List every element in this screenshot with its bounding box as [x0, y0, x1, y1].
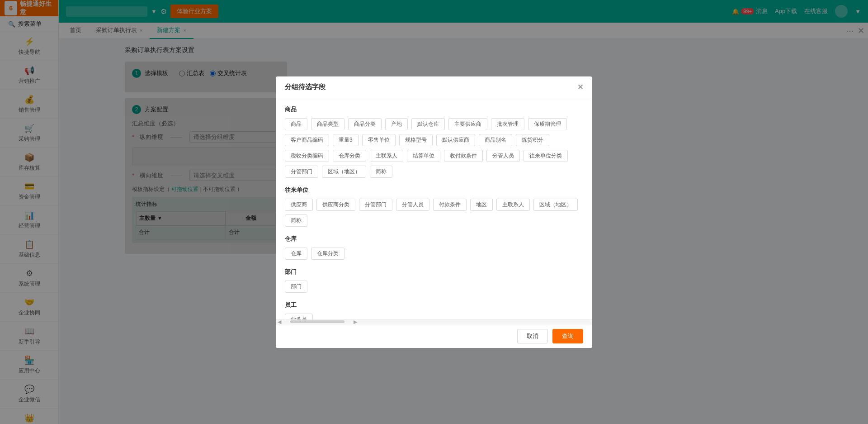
- section-department-tags: 部门: [285, 281, 583, 293]
- field-tag-goods[interactable]: 商品: [285, 118, 307, 130]
- section-warehouse-title: 仓库: [285, 235, 583, 243]
- section-goods: 商品 商品 商品类型 商品分类 产地 默认仓库 主要供应商 批次管理 保质期管理…: [285, 105, 583, 178]
- field-tag-warehouse-cat[interactable]: 仓库分类: [311, 248, 344, 260]
- field-tag-supplier-category[interactable]: 供应商分类: [316, 199, 355, 211]
- field-tag-default-warehouse[interactable]: 默认仓库: [411, 118, 445, 130]
- section-department-title: 部门: [285, 268, 583, 276]
- field-tag-main-supplier[interactable]: 主要供应商: [448, 118, 487, 130]
- section-employee: 员工 业务员: [285, 301, 583, 319]
- field-tag-area[interactable]: 地区: [470, 199, 493, 211]
- field-tag-abbr[interactable]: 简称: [370, 166, 392, 178]
- section-goods-title: 商品: [285, 105, 583, 114]
- field-tag-region2[interactable]: 区域（地区）: [533, 199, 578, 211]
- modal-overlay: 分组待选字段 ✕ 商品 商品 商品类型 商品分类 产地 默认仓库 主要供应商 批…: [0, 0, 868, 424]
- modal-header: 分组待选字段 ✕: [276, 76, 592, 98]
- field-tag-payment-terms[interactable]: 付款条件: [433, 199, 467, 211]
- section-partner-title: 往来单位: [285, 186, 583, 194]
- field-tag-salesperson[interactable]: 业务员: [285, 314, 313, 319]
- section-warehouse-tags: 仓库 仓库分类: [285, 248, 583, 260]
- section-partner-tags: 供应商 供应商分类 分管部门 分管人员 付款条件 地区 主联系人 区域（地区） …: [285, 199, 583, 227]
- field-tag-dept[interactable]: 分管部门: [285, 166, 318, 178]
- section-employee-tags: 业务员: [285, 314, 583, 319]
- field-tag-spec-model[interactable]: 规格型号: [399, 134, 433, 146]
- field-select-modal: 分组待选字段 ✕ 商品 商品 商品类型 商品分类 产地 默认仓库 主要供应商 批…: [276, 76, 592, 348]
- field-tag-goods-category[interactable]: 商品分类: [348, 118, 382, 130]
- field-tag-warehouse-category[interactable]: 仓库分类: [333, 150, 366, 162]
- modal-footer: 取消 查询: [276, 324, 592, 348]
- field-tag-tax-code[interactable]: 税收分类编码: [285, 150, 329, 162]
- modal-horizontal-scrollbar[interactable]: ◀ ▶: [276, 319, 592, 324]
- field-tag-default-supplier[interactable]: 默认供应商: [436, 134, 475, 146]
- field-tag-customer-code[interactable]: 客户商品编码: [285, 134, 329, 146]
- field-tag-retail-unit[interactable]: 零售单位: [362, 134, 396, 146]
- field-tag-manage-dept[interactable]: 分管部门: [359, 199, 392, 211]
- field-tag-origin[interactable]: 产地: [385, 118, 408, 130]
- modal-title: 分组待选字段: [285, 83, 326, 91]
- field-tag-main-contact[interactable]: 主联系人: [370, 150, 403, 162]
- hscroll-thumb[interactable]: [290, 320, 344, 323]
- section-partner: 往来单位 供应商 供应商分类 分管部门 分管人员 付款条件 地区 主联系人 区域…: [285, 186, 583, 227]
- field-tag-primary-contact[interactable]: 主联系人: [496, 199, 530, 211]
- field-tag-supplier[interactable]: 供应商: [285, 199, 313, 211]
- modal-body: 商品 商品 商品类型 商品分类 产地 默认仓库 主要供应商 批次管理 保质期管理…: [276, 98, 592, 319]
- field-tag-goods-type[interactable]: 商品类型: [311, 118, 344, 130]
- field-tag-department[interactable]: 部门: [285, 281, 307, 293]
- field-tag-settlement-unit[interactable]: 结算单位: [407, 150, 440, 162]
- field-tag-partner-category[interactable]: 往来单位分类: [524, 150, 568, 162]
- section-goods-tags: 商品 商品类型 商品分类 产地 默认仓库 主要供应商 批次管理 保质期管理 客户…: [285, 118, 583, 178]
- section-employee-title: 员工: [285, 301, 583, 309]
- modal-confirm-button[interactable]: 查询: [552, 329, 583, 343]
- field-tag-goods-alias[interactable]: 商品别名: [479, 134, 512, 146]
- field-tag-warehouse[interactable]: 仓库: [285, 248, 307, 260]
- field-tag-expiry-mgmt[interactable]: 保质期管理: [528, 118, 567, 130]
- modal-cancel-button[interactable]: 取消: [517, 329, 548, 343]
- field-tag-manage-person[interactable]: 分管人员: [396, 199, 429, 211]
- field-tag-region[interactable]: 区域（地区）: [322, 166, 366, 178]
- section-department: 部门 部门: [285, 268, 583, 293]
- section-warehouse: 仓库 仓库 仓库分类: [285, 235, 583, 260]
- modal-close-button[interactable]: ✕: [577, 83, 583, 91]
- field-tag-batch-mgmt[interactable]: 批次管理: [491, 118, 524, 130]
- field-tag-payment-conditions[interactable]: 收付款条件: [444, 150, 483, 162]
- field-tag-weight3[interactable]: 重量3: [333, 134, 359, 146]
- field-tag-abbr2[interactable]: 简称: [285, 214, 307, 227]
- field-tag-refine-points[interactable]: 炼货积分: [516, 134, 549, 146]
- field-tag-manager[interactable]: 分管人员: [486, 150, 520, 162]
